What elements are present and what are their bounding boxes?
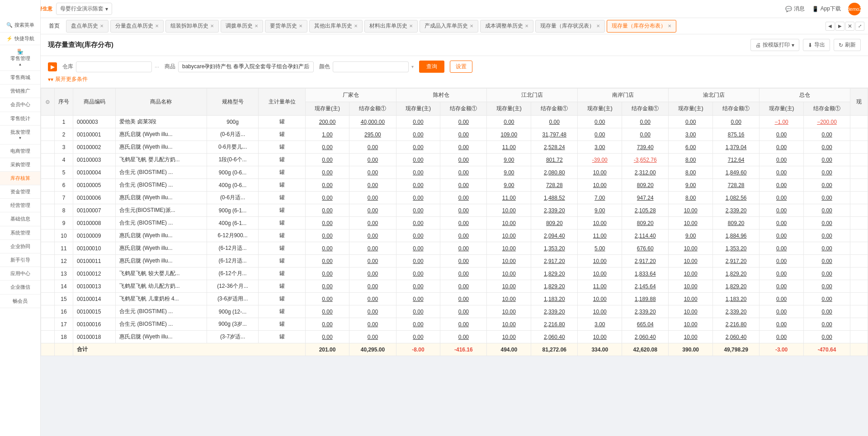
cell-g5-s0[interactable]: 0.00	[760, 305, 804, 318]
export-button[interactable]: ⬇ 导出	[803, 39, 830, 51]
cell-g3-s1[interactable]: 2,339.20	[622, 305, 669, 318]
cell-g0-s1[interactable]: 0.00	[349, 166, 396, 179]
cell-g0-s0[interactable]: 0.00	[305, 154, 349, 166]
cell-g2-s1[interactable]: 1,829.20	[531, 267, 578, 280]
sidebar-item-retail-store[interactable]: 零售商城	[0, 71, 40, 84]
sidebar-item-appstore[interactable]: 应用中心	[0, 267, 40, 281]
cell-g6-s0[interactable]	[850, 242, 868, 255]
cell-g4-s0[interactable]: 10.00	[669, 318, 713, 331]
cell-g4-s1[interactable]: 1,353.20	[713, 242, 760, 255]
cell-g2-s0[interactable]: 10.00	[487, 331, 531, 343]
tab-stocktake-split[interactable]: 分量盘点单历史 ✕	[110, 20, 164, 33]
cell-g1-s1[interactable]: 0.00	[440, 305, 487, 318]
tab-close-icon[interactable]: ✕	[299, 23, 302, 28]
cell-g0-s1[interactable]: 0.00	[349, 293, 396, 305]
tab-close-icon[interactable]: ✕	[255, 23, 258, 28]
cell-g2-s1[interactable]: 2,080.80	[531, 166, 578, 179]
cell-g3-s1[interactable]: 947.24	[622, 192, 669, 204]
cell-g6-s0[interactable]	[850, 204, 868, 217]
cell-g5-s0[interactable]: −1.00	[760, 116, 804, 128]
cell-g2-s1[interactable]: 801.72	[531, 154, 578, 166]
cell-g1-s0[interactable]: 0.00	[396, 331, 440, 343]
cell-g3-s1[interactable]: -3,652.76	[622, 154, 669, 166]
sidebar-item-quicknav[interactable]: ⚡ 快捷导航	[0, 33, 40, 45]
cell-g1-s0[interactable]: 0.00	[396, 166, 440, 179]
cell-g3-s1[interactable]: 2,105.28	[622, 204, 669, 217]
sidebar-item-marketing[interactable]: 营销推广	[0, 84, 40, 98]
cell-g4-s1[interactable]: 1,884.96	[713, 230, 760, 242]
cell-g3-s1[interactable]: 2,145.64	[622, 280, 669, 293]
cell-g5-s1[interactable]: −200.00	[803, 116, 850, 128]
cell-g2-s1[interactable]: 1,829.20	[531, 280, 578, 293]
sidebar-item-system[interactable]: 系统管理	[0, 226, 40, 240]
cell-g1-s1[interactable]: 0.00	[440, 318, 487, 331]
cell-g0-s0[interactable]: 0.00	[305, 267, 349, 280]
cell-g3-s1[interactable]: 2,917.20	[622, 255, 669, 267]
cell-g6-s0[interactable]	[850, 267, 868, 280]
cell-g5-s1[interactable]: 0.00	[803, 154, 850, 166]
cell-g0-s0[interactable]: 1.00	[305, 128, 349, 141]
app-download-button[interactable]: 📱 App下载	[812, 5, 841, 13]
cell-g1-s0[interactable]: 0.00	[396, 217, 440, 230]
cell-g5-s0[interactable]: 0.00	[760, 141, 804, 154]
cell-g2-s0[interactable]: 10.00	[487, 305, 531, 318]
cell-g4-s0[interactable]: 8.00	[669, 154, 713, 166]
sidebar-item-ecommerce[interactable]: 电商管理	[0, 145, 40, 158]
cell-g4-s0[interactable]: 10.00	[669, 242, 713, 255]
warehouse-input[interactable]	[76, 61, 152, 72]
cell-g4-s0[interactable]: 8.00	[669, 166, 713, 179]
cell-g4-s0[interactable]: 10.00	[669, 305, 713, 318]
cell-g0-s0[interactable]: 200.00	[305, 116, 349, 128]
cell-g0-s0[interactable]: 0.00	[305, 204, 349, 217]
cell-g2-s1[interactable]: 2,339.20	[531, 204, 578, 217]
cell-g3-s1[interactable]: 0.00	[622, 116, 669, 128]
cell-g6-s0[interactable]	[850, 166, 868, 179]
print-button[interactable]: 🖨 按模版打印 ▾	[750, 39, 799, 51]
sidebar-item-finance[interactable]: 资金管理	[0, 185, 40, 199]
cell-g0-s0[interactable]: 0.00	[305, 318, 349, 331]
expand-more-button[interactable]: ▾▾ 展开更多条件	[48, 75, 861, 83]
tab-close-icon[interactable]: ✕	[210, 23, 214, 28]
sidebar-item-search[interactable]: 🔍 搜索英单	[0, 18, 40, 33]
cell-g1-s0[interactable]: 0.00	[396, 204, 440, 217]
cell-g3-s1[interactable]: 0.00	[622, 128, 669, 141]
cell-g3-s0[interactable]: 10.00	[578, 179, 622, 192]
cell-g5-s1[interactable]: 0.00	[803, 242, 850, 255]
nav-expand-button[interactable]: ⤢	[855, 22, 864, 31]
cell-g5-s0[interactable]: 0.00	[760, 166, 804, 179]
sidebar-item-member[interactable]: 会员中心	[0, 98, 40, 112]
cell-g1-s1[interactable]: 0.00	[440, 293, 487, 305]
cell-g3-s1[interactable]: 739.40	[622, 141, 669, 154]
cell-g4-s1[interactable]: 1,379.04	[713, 141, 760, 154]
cell-g1-s0[interactable]: 0.00	[396, 280, 440, 293]
cell-g4-s1[interactable]: 2,060.40	[713, 331, 760, 343]
cell-g4-s1[interactable]: 712.64	[713, 154, 760, 166]
product-input[interactable]	[178, 61, 314, 72]
cell-g5-s1[interactable]: 0.00	[803, 318, 850, 331]
sidebar-item-stock[interactable]: 库存核算	[0, 172, 40, 185]
cell-g4-s0[interactable]: 9.00	[669, 230, 713, 242]
cell-g4-s0[interactable]: 10.00	[669, 267, 713, 280]
cell-g2-s1[interactable]: 809.20	[531, 217, 578, 230]
cell-g5-s1[interactable]: 0.00	[803, 192, 850, 204]
cell-g4-s0[interactable]: 10.00	[669, 293, 713, 305]
cell-g5-s0[interactable]: 0.00	[760, 128, 804, 141]
cell-g4-s1[interactable]: 2,339.20	[713, 204, 760, 217]
settings-icon[interactable]: ⚙	[45, 99, 50, 105]
cell-g4-s1[interactable]: 1,829.20	[713, 267, 760, 280]
cell-g6-s0[interactable]	[850, 305, 868, 318]
cell-g2-s0[interactable]: 10.00	[487, 318, 531, 331]
sidebar-item-purchase[interactable]: 采购管理	[0, 158, 40, 172]
tab-product-in[interactable]: 产成品入库单历史 ✕	[420, 20, 478, 33]
cell-g1-s1[interactable]: 0.00	[440, 280, 487, 293]
expand-icon[interactable]: ▶	[48, 62, 57, 71]
cell-g1-s1[interactable]: 0.00	[440, 154, 487, 166]
cell-g3-s0[interactable]: 10.00	[578, 331, 622, 343]
cell-g1-s1[interactable]: 0.00	[440, 217, 487, 230]
tab-stock-dist[interactable]: 现存量（库存分布表） ✕	[607, 20, 676, 33]
cell-g5-s0[interactable]: 0.00	[760, 179, 804, 192]
cell-g0-s1[interactable]: 0.00	[349, 267, 396, 280]
tab-close-icon[interactable]: ✕	[596, 23, 600, 28]
cell-g3-s0[interactable]: 3.00	[578, 141, 622, 154]
cell-g2-s0[interactable]: 9.00	[487, 154, 531, 166]
